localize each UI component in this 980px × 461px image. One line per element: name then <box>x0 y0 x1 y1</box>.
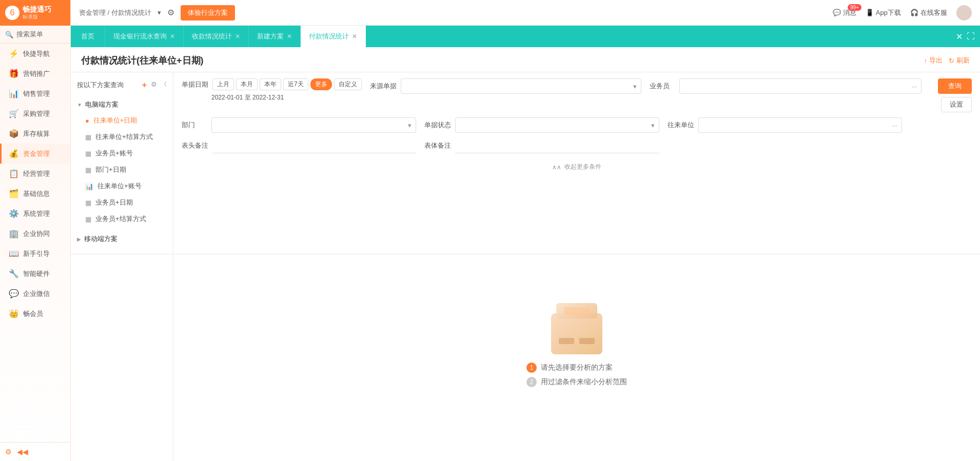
collapse-panel-icon[interactable]: 《 <box>161 81 167 90</box>
app-download-btn[interactable]: 📱 App下载 <box>866 8 901 17</box>
refresh-icon: ↻ <box>949 57 954 65</box>
tab-new-scheme-label: 新建方案 <box>257 32 284 41</box>
chevron-down-icon: ▾ <box>408 122 411 129</box>
sidebar-item-marketing[interactable]: 🎁 营销推广 <box>0 64 70 84</box>
partner-label: 往来单位 <box>668 121 694 130</box>
scheme-salesman-date[interactable]: ▦ 业务员+日期 <box>71 194 173 211</box>
scheme-item-label: 部门+日期 <box>95 165 126 174</box>
collapse-sidebar-icon[interactable]: ◀◀ <box>17 448 28 456</box>
filter-row-2: 部门 ▾ 单据状态 ▾ 往来单位 <box>182 117 972 133</box>
online-service-btn[interactable]: 🎧 在线客服 <box>910 8 947 17</box>
tab-receipts-close[interactable]: ✕ <box>235 33 240 40</box>
logo-text-group: 畅捷通巧 标准版 <box>23 5 51 21</box>
gear-icon[interactable]: ⚙ <box>167 8 174 17</box>
tab-new-scheme[interactable]: 新建方案 ✕ <box>249 26 301 47</box>
tab-cash-flow-close[interactable]: ✕ <box>170 33 175 40</box>
table-header-note-input[interactable] <box>212 138 416 153</box>
partner-group: 往来单位 ··· <box>668 117 902 133</box>
sidebar-item-label: 智能硬件 <box>23 269 50 278</box>
chevron-down-icon: ▾ <box>633 83 637 90</box>
filter-row-1: 单据日期 上月 本月 本年 近7天 更多 自定义 2022-01-01 至 20… <box>182 78 972 112</box>
scheme-item-label: 往来单位+账号 <box>97 182 142 191</box>
more-btn[interactable]: 更多 <box>310 78 332 90</box>
sidebar-item-label: 营销推广 <box>23 69 50 78</box>
maximize-btn[interactable]: ⛶ <box>967 32 975 41</box>
dept-select[interactable]: ▾ <box>211 117 416 133</box>
search-menu[interactable]: 🔍 搜索菜单 <box>0 26 70 44</box>
table-body-note-input[interactable] <box>455 138 659 153</box>
query-button[interactable]: 查询 <box>938 78 972 94</box>
table-body-note-label: 表体备注 <box>424 141 451 150</box>
tab-new-scheme-close[interactable]: ✕ <box>287 33 292 40</box>
empty-illustration <box>543 298 610 354</box>
trial-button[interactable]: 体验行业方案 <box>181 5 235 21</box>
sidebar-item-inventory[interactable]: 📦 库存核算 <box>0 124 70 144</box>
vip-icon: 👑 <box>9 309 19 318</box>
tab-payments[interactable]: 付款情况统计 ✕ <box>301 26 366 47</box>
voucher-status-select[interactable]: ▾ <box>455 117 659 133</box>
sidebar-item-sales[interactable]: 📊 销售管理 <box>0 84 70 104</box>
tab-payments-close[interactable]: ✕ <box>352 33 357 40</box>
collapse-more-label: 收起更多条件 <box>564 163 601 171</box>
operations-icon: 📋 <box>9 169 19 178</box>
user-avatar[interactable] <box>956 5 972 21</box>
purchase-icon: 🛒 <box>9 109 19 118</box>
left-panel: 按以下方案查询 + ⚙ 《 ▼ 电脑端方案 ● 往来单位+日期 <box>71 72 173 254</box>
ellipsis-icon: ··· <box>911 83 917 90</box>
add-scheme-icon[interactable]: + <box>142 81 147 90</box>
panel-title: 按以下方案查询 <box>77 81 124 90</box>
refresh-button[interactable]: ↻ 刷新 <box>949 56 970 65</box>
last-7days-btn[interactable]: 近7天 <box>283 78 308 90</box>
scheme-salesman-settle[interactable]: ▦ 业务员+结算方式 <box>71 211 173 227</box>
sidebar-item-label: 基础信息 <box>23 189 50 198</box>
scheme-dept-date[interactable]: ▦ 部门+日期 <box>71 162 173 178</box>
scheme-settings-icon[interactable]: ⚙ <box>151 81 157 90</box>
empty-text: 1 请先选择要分析的方案 2 用过滤条件来缩小分析范围 <box>526 363 627 387</box>
desktop-scheme-title[interactable]: ▼ 电脑端方案 <box>71 97 173 112</box>
tab-receipts[interactable]: 收款情况统计 ✕ <box>184 26 249 47</box>
last-month-btn[interactable]: 上月 <box>212 78 234 90</box>
sidebar-item-guide[interactable]: 📖 新手引导 <box>0 244 70 264</box>
phone-icon: 📱 <box>866 9 874 16</box>
basic-icon: 🗂️ <box>9 189 19 198</box>
source-voucher-select[interactable]: ▾ <box>401 78 642 94</box>
sidebar-item-hardware[interactable]: 🔧 智能硬件 <box>0 264 70 284</box>
notifications-btn[interactable]: 💬 消息 99+ <box>833 8 856 17</box>
sidebar-item-system[interactable]: ⚙️ 系统管理 <box>0 204 70 224</box>
active-scheme-icon: ● <box>85 117 89 125</box>
sidebar-item-label: 快捷导航 <box>23 49 50 58</box>
tab-cash-flow[interactable]: 现金银行流水查询 ✕ <box>105 26 184 47</box>
tab-home[interactable]: 首页 <box>71 26 105 47</box>
sidebar-item-enterprise[interactable]: 🏢 企业协同 <box>0 224 70 244</box>
settings-footer-icon[interactable]: ⚙ <box>5 448 12 456</box>
sales-icon: 📊 <box>9 89 19 98</box>
scheme-unit-settle[interactable]: ▦ 往来单位+结算方式 <box>71 129 173 145</box>
collapse-more-btn[interactable]: ∧∧ 收起更多条件 <box>182 158 972 175</box>
sidebar-item-vip[interactable]: 👑 畅会员 <box>0 304 70 324</box>
this-month-btn[interactable]: 本月 <box>236 78 258 90</box>
sidebar-item-capital[interactable]: 💰 资金管理 <box>0 144 70 164</box>
sidebar-item-label: 库存核算 <box>23 129 50 138</box>
custom-btn[interactable]: 自定义 <box>334 78 362 90</box>
this-year-btn[interactable]: 本年 <box>260 78 281 90</box>
close-all-tabs-btn[interactable]: ✕ <box>956 32 963 42</box>
topbar: 资金管理 / 付款情况统计 ▾ ⚙ 体验行业方案 💬 消息 99+ 📱 App下… <box>71 0 980 26</box>
settings-button[interactable]: 设置 <box>941 97 972 112</box>
sidebar: 6 畅捷通巧 标准版 🔍 搜索菜单 ⚡ 快捷导航 🎁 营销推广 📊 销售管理 🛒… <box>0 0 71 461</box>
scheme-unit-date[interactable]: ● 往来单位+日期 <box>71 112 173 129</box>
main-area: 资金管理 / 付款情况统计 ▾ ⚙ 体验行业方案 💬 消息 99+ 📱 App下… <box>71 0 980 461</box>
scheme-unit-account[interactable]: 📊 往来单位+账号 <box>71 178 173 194</box>
salesman-group: 业务员 ··· <box>650 78 922 94</box>
partner-select[interactable]: ··· <box>698 117 902 133</box>
sidebar-item-basic[interactable]: 🗂️ 基础信息 <box>0 184 70 204</box>
notification-badge: 99+ <box>848 4 861 11</box>
salesman-select[interactable]: ··· <box>679 78 922 94</box>
sidebar-item-weixin[interactable]: 💬 企业微信 <box>0 284 70 304</box>
scheme-salesman-account[interactable]: ▦ 业务员+账号 <box>71 145 173 162</box>
breadcrumb-dropdown[interactable]: ▾ <box>158 9 161 16</box>
export-button[interactable]: ↑ 导出 <box>924 56 943 65</box>
sidebar-item-operations[interactable]: 📋 经营管理 <box>0 164 70 184</box>
sidebar-item-purchase[interactable]: 🛒 采购管理 <box>0 104 70 124</box>
sidebar-item-quick-nav[interactable]: ⚡ 快捷导航 <box>0 44 70 64</box>
mobile-scheme-title[interactable]: ▶ 移动端方案 <box>71 231 173 247</box>
